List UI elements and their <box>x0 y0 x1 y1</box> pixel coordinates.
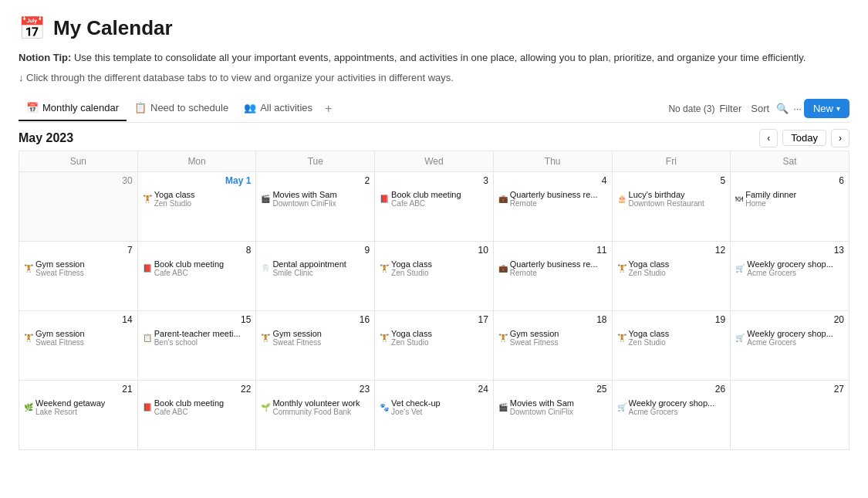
calendar-day-19[interactable]: 19 🏋 Yoga class Zen Studio <box>612 310 731 380</box>
calendar-day-10[interactable]: 10 🏋 Yoga class Zen Studio <box>375 241 494 310</box>
list-item[interactable]: 🏋 Gym session Sweat Fitness <box>22 259 134 278</box>
event-sub: Downtown CiniFlix <box>272 199 336 208</box>
event-sub: Sweat Fitness <box>272 338 322 347</box>
calendar-day-4[interactable]: 4 💼 Quarterly business re... Remote <box>493 171 612 241</box>
no-date-badge[interactable]: No date (3) <box>668 103 714 114</box>
event-title: Book club meeting <box>154 259 225 269</box>
list-item[interactable]: 🎬 Movies with Sam Downtown CiniFlix <box>259 189 371 208</box>
calendar-day-12[interactable]: 12 🏋 Yoga class Zen Studio <box>612 241 731 310</box>
list-item[interactable]: 🏋 Yoga class Zen Studio <box>616 328 728 347</box>
calendar-day-25[interactable]: 25 🎬 Movies with Sam Downtown CiniFlix <box>493 380 612 449</box>
new-label: New <box>813 103 833 114</box>
calendar-day-27[interactable]: 27 <box>731 380 849 449</box>
day-number: 13 <box>734 245 846 256</box>
new-button[interactable]: New ▾ <box>804 99 849 118</box>
gym-icon: 🏋 <box>261 334 270 342</box>
calendar-day-18[interactable]: 18 🏋 Gym session Sweat Fitness <box>493 310 612 380</box>
list-item[interactable]: 🛒 Weekly grocery shop... Acme Grocers <box>616 398 728 417</box>
search-icon[interactable]: 🔍 <box>774 100 791 117</box>
list-item[interactable]: 🏋 Yoga class Zen Studio <box>616 259 728 278</box>
col-tue: Tue <box>256 151 375 171</box>
calendar-day-16[interactable]: 16 🏋 Gym session Sweat Fitness <box>256 310 375 380</box>
calendar-day-24[interactable]: 24 🐾 Vet check-up Joe's Vet <box>375 380 494 449</box>
calendar-day-may1[interactable]: May 1 🏋 Yoga class Zen Studio <box>137 171 256 241</box>
tab-need-to-schedule[interactable]: 📋 Need to schedule <box>127 96 236 121</box>
business-icon: 💼 <box>498 264 508 273</box>
calendar-day-11[interactable]: 11 💼 Quarterly business re... Remote <box>493 241 612 310</box>
list-item[interactable]: 💼 Quarterly business re... Remote <box>497 259 609 278</box>
event-sub: Ben's school <box>154 338 241 347</box>
calendar-day-13[interactable]: 13 🛒 Weekly grocery shop... Acme Grocers <box>731 241 849 310</box>
more-options-button[interactable]: ··· <box>791 100 804 117</box>
col-sun: Sun <box>19 151 138 171</box>
list-item[interactable]: 🛒 Weekly grocery shop... Acme Grocers <box>734 328 846 347</box>
event-sub: Cafe ABC <box>154 269 225 277</box>
calendar-day-22[interactable]: 22 📕 Book club meeting Cafe ABC <box>137 380 256 449</box>
calendar-day-20[interactable]: 20 🛒 Weekly grocery shop... Acme Grocers <box>731 310 849 380</box>
tab-monthly-calendar[interactable]: 📅 Monthly calendar <box>19 96 127 121</box>
calendar-day-23[interactable]: 23 🌱 Monthly volunteer work Community Fo… <box>256 380 375 449</box>
col-thu: Thu <box>493 151 612 171</box>
list-item[interactable]: 📋 Parent-teacher meeti... Ben's school <box>141 328 253 347</box>
calendar-day-30[interactable]: 30 <box>19 171 138 241</box>
next-month-button[interactable]: › <box>831 129 849 147</box>
event-sub: Acme Grocers <box>629 408 715 416</box>
list-item[interactable]: 🍽 Family dinner Home <box>734 189 846 208</box>
event-sub: Acme Grocers <box>747 269 833 277</box>
col-wed: Wed <box>375 151 494 171</box>
day-number: 30 <box>22 175 134 186</box>
event-sub: Community Food Bank <box>272 408 360 416</box>
event-title: Gym session <box>272 329 322 338</box>
list-item[interactable]: 🏋 Gym session Sweat Fitness <box>497 328 609 347</box>
calendar-icon: 📅 <box>19 15 46 41</box>
event-sub: Downtown CiniFlix <box>510 408 574 416</box>
calendar-header-row: Sun Mon Tue Wed Thu Fri Sat <box>19 151 849 171</box>
event-sub: Remote <box>510 199 598 208</box>
week-row: 7 🏋 Gym session Sweat Fitness 8 📕 <box>19 241 849 310</box>
list-item[interactable]: 🏋 Gym session Sweat Fitness <box>22 328 134 347</box>
calendar-day-2[interactable]: 2 🎬 Movies with Sam Downtown CiniFlix <box>256 171 375 241</box>
calendar-day-14[interactable]: 14 🏋 Gym session Sweat Fitness <box>19 310 138 380</box>
calendar-day-6[interactable]: 6 🍽 Family dinner Home <box>731 171 849 241</box>
list-item[interactable]: 📕 Book club meeting Cafe ABC <box>141 259 253 278</box>
list-item[interactable]: 🌱 Monthly volunteer work Community Food … <box>259 398 371 417</box>
list-item[interactable]: 🛒 Weekly grocery shop... Acme Grocers <box>734 259 846 278</box>
prev-month-button[interactable]: ‹ <box>759 129 778 147</box>
month-year-label: May 2023 <box>19 131 73 145</box>
tab-all-activities[interactable]: 👥 All activities <box>236 96 320 121</box>
list-item[interactable]: 🏋 Yoga class Zen Studio <box>141 189 253 208</box>
list-item[interactable]: 💼 Quarterly business re... Remote <box>497 189 609 208</box>
calendar-day-5[interactable]: 5 🎂 Lucy's birthday Downtown Restaurant <box>612 171 731 241</box>
list-item[interactable]: 📕 Book club meeting Cafe ABC <box>378 189 490 208</box>
calendar-day-21[interactable]: 21 🌿 Weekend getaway Lake Resort <box>19 380 138 449</box>
sort-button[interactable]: Sort <box>746 100 774 117</box>
calendar-day-7[interactable]: 7 🏋 Gym session Sweat Fitness <box>19 241 138 310</box>
list-item[interactable]: 🌿 Weekend getaway Lake Resort <box>22 398 134 417</box>
day-number: 14 <box>22 314 134 325</box>
event-title: Gym session <box>35 259 85 269</box>
today-button[interactable]: Today <box>782 130 826 146</box>
filter-button[interactable]: Filter <box>714 100 746 117</box>
event-sub: Downtown Restaurant <box>629 199 704 208</box>
calendar-day-17[interactable]: 17 🏋 Yoga class Zen Studio <box>375 310 494 380</box>
event-title: Gym session <box>35 329 85 338</box>
calendar-day-8[interactable]: 8 📕 Book club meeting Cafe ABC <box>137 241 256 310</box>
add-tab-button[interactable]: + <box>320 96 336 122</box>
event-sub: Joe's Vet <box>391 408 441 416</box>
list-item[interactable]: 📕 Book club meeting Cafe ABC <box>141 398 253 417</box>
yoga-icon: 🏋 <box>617 334 627 342</box>
movies-icon: 🎬 <box>261 195 270 203</box>
calendar-day-15[interactable]: 15 📋 Parent-teacher meeti... Ben's schoo… <box>137 310 256 380</box>
list-item[interactable]: 🏋 Yoga class Zen Studio <box>378 259 490 278</box>
day-number: 21 <box>22 384 134 395</box>
list-item[interactable]: 🎬 Movies with Sam Downtown CiniFlix <box>497 398 609 417</box>
calendar-day-26[interactable]: 26 🛒 Weekly grocery shop... Acme Grocers <box>612 380 731 449</box>
list-item[interactable]: 🏋 Gym session Sweat Fitness <box>259 328 371 347</box>
list-item[interactable]: 🦷 Dental appointment Smile Clinic <box>259 259 371 278</box>
calendar-day-3[interactable]: 3 📕 Book club meeting Cafe ABC <box>375 171 494 241</box>
list-item[interactable]: 🎂 Lucy's birthday Downtown Restaurant <box>616 189 728 208</box>
col-sat: Sat <box>731 151 849 171</box>
list-item[interactable]: 🐾 Vet check-up Joe's Vet <box>378 398 490 417</box>
list-item[interactable]: 🏋 Yoga class Zen Studio <box>378 328 490 347</box>
calendar-day-9[interactable]: 9 🦷 Dental appointment Smile Clinic <box>256 241 375 310</box>
